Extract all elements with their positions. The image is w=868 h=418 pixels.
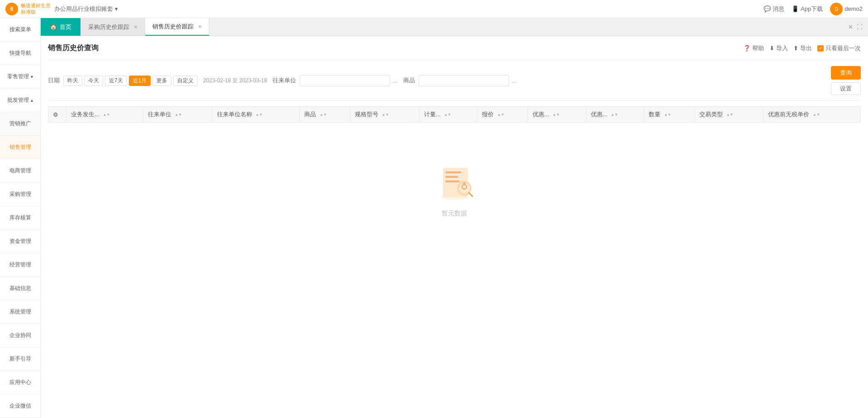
sidebar-item-newbie[interactable]: 新手引导 [0,347,40,371]
empty-state-icon [432,159,477,204]
sidebar-item-finance[interactable]: 资金管理 [0,230,40,253]
date-btn-last7[interactable]: 近7天 [105,76,127,86]
partner-filter-group: 往来单位 ... [273,75,398,86]
table-col-qty[interactable]: 数量 ▲▼ [644,107,695,123]
partner-input-wrap: ... [300,75,398,86]
table-header-row: ⚙ 业务发生... ▲▼ 往来单位 ▲▼ 往来单位名称 ▲▼ [48,107,861,123]
sidebar-item-retail-mgmt[interactable]: 零售管理 ▾ [0,65,40,89]
sidebar-item-sales-mgmt[interactable]: 销售管理 [0,136,40,159]
table-col-trade-type[interactable]: 交易类型 ▲▼ [694,107,764,123]
sidebar-item-system[interactable]: 系统管理 [0,300,40,324]
chevron-up-icon: ▴ [31,98,33,103]
table-col-spec[interactable]: 规格型号 ▲▼ [350,107,419,123]
sidebar-item-quick-nav[interactable]: 快捷导航 [0,42,40,65]
date-btn-yesterday[interactable]: 昨天 [63,76,82,86]
table-col-unit[interactable]: 计量... ▲▼ [419,107,477,123]
table-col-price[interactable]: 报价 ▲▼ [477,107,528,123]
sort-arrows-qty: ▲▼ [664,113,671,117]
table-col-pretax-price[interactable]: 优惠前无税单价 ▲▼ [764,107,861,123]
sort-arrows-partner-code: ▲▼ [175,113,182,117]
user-avatar-area[interactable]: D demo2 [830,3,863,15]
sidebar-item-app-center[interactable]: 应用中心 [0,371,40,394]
sort-arrows-spec: ▲▼ [382,113,389,117]
page-content: 销售历史价查询 ❓ 帮助 ⬇ 导入 ⬆ 导出 ✓ [41,36,868,418]
sidebar-item-inventory[interactable]: 库存核算 [0,206,40,230]
partner-input[interactable] [300,75,390,86]
top-bar-right: 💬 消息 📱 App下载 D demo2 [764,3,863,15]
page-title: 销售历史价查询 [48,43,99,53]
goods-filter-group: 商品 ... [403,75,517,86]
partner-label: 往来单位 [273,76,296,85]
table-col-partner-name[interactable]: 往来单位名称 ▲▼ [212,107,300,123]
sidebar-item-operations[interactable]: 经营管理 [0,253,40,277]
partner-ellipsis-btn[interactable]: ... [393,77,398,84]
help-icon: ❓ [743,45,750,52]
sidebar-item-wholesale-mgmt[interactable]: 批发管理 ▴ [0,89,40,112]
maximize-icon[interactable]: ⛶ [857,24,863,30]
sort-arrows-discount1: ▲▼ [552,113,560,117]
sidebar-item-marketing[interactable]: 营销推广 [0,112,40,136]
filter-settings-button[interactable]: 设置 [831,82,861,95]
sidebar-item-ecommerce[interactable]: 电商管理 [0,159,40,183]
import-button[interactable]: ⬇ 导入 [769,44,788,52]
logo-area: 6 畅捷通好生意 标准版 [5,3,51,15]
tab-sales-history[interactable]: 销售历史价跟踪 ✕ [145,18,209,36]
message-button[interactable]: 💬 消息 [764,5,784,13]
message-icon: 💬 [764,5,771,12]
sort-arrows-pretax-price: ▲▼ [813,113,820,117]
table-col-biz-date[interactable]: 业务发生... ▲▼ [66,107,143,123]
data-table: ⚙ 业务发生... ▲▼ 往来单位 ▲▼ 往来单位名称 ▲▼ [48,106,861,254]
date-btn-today[interactable]: 今天 [84,76,103,86]
sidebar-item-enterprise[interactable]: 企业协同 [0,324,40,347]
goods-input[interactable] [419,75,509,86]
help-button[interactable]: ❓ 帮助 [743,44,764,52]
date-btn-more[interactable]: 更多 [152,76,171,86]
export-button[interactable]: ⬆ 导出 [793,44,812,52]
date-btn-custom[interactable]: 自定义 [173,76,198,86]
empty-state-row: 暂元数据 [48,123,861,254]
home-icon: 🏠 [50,24,57,30]
table-col-goods[interactable]: 商品 ▲▼ [300,107,350,123]
logo-icon: 6 [5,3,18,15]
goods-ellipsis-btn[interactable]: ... [512,77,517,84]
sort-arrows-unit: ▲▼ [444,113,451,117]
app-download-icon: 📱 [792,5,799,12]
page-header: 销售历史价查询 ❓ 帮助 ⬇ 导入 ⬆ 导出 ✓ [48,43,861,53]
tab-purchase-history-close[interactable]: ✕ [134,24,137,29]
empty-state: 暂元数据 [48,123,861,254]
sidebar-item-basic-info[interactable]: 基础信息 [0,277,40,300]
only-last-checkbox[interactable]: ✓ [817,45,824,52]
sidebar: 搜索菜单 快捷导航 零售管理 ▾ 批发管理 ▴ 营销推广 销售管理 电商管理 采… [0,18,41,418]
sort-arrows-trade-type: ▲▼ [726,113,733,117]
tab-home[interactable]: 🏠 首页 [41,18,81,36]
app-download-button[interactable]: 📱 App下载 [792,5,823,13]
logo-text: 畅捷通好生意 标准版 [21,3,51,14]
sidebar-item-purchase-mgmt[interactable]: 采购管理 [0,183,40,206]
svg-rect-2 [445,171,461,173]
table-body: 暂元数据 [48,123,861,254]
table-col-partner-code[interactable]: 往来单位 ▲▼ [143,107,212,123]
top-bar: 6 畅捷通好生意 标准版 办公用品行业模拟账套 ▾ 💬 消息 📱 App下载 D… [0,0,868,18]
table-col-discount2[interactable]: 优惠... ▲▼ [586,107,644,123]
tab-bar: 🏠 首页 采购历史价跟踪 ✕ 销售历史价跟踪 ✕ ✕ ⛶ [41,18,868,36]
date-label: 日期 [48,76,60,85]
tab-purchase-history[interactable]: 采购历史价跟踪 ✕ [81,18,145,36]
table-col-settings[interactable]: ⚙ [48,107,66,123]
goods-input-wrap: ... [419,75,517,86]
goods-label: 商品 [403,76,415,85]
query-button[interactable]: 查询 [831,66,861,80]
table-header: ⚙ 业务发生... ▲▼ 往来单位 ▲▼ 往来单位名称 ▲▼ [48,107,861,123]
page-actions: ❓ 帮助 ⬇ 导入 ⬆ 导出 ✓ 只看最后一次 [743,44,861,52]
tab-sales-history-close[interactable]: ✕ [198,24,202,29]
tab-bar-actions: ✕ ⛶ [843,18,868,36]
import-icon: ⬇ [769,45,774,52]
table-col-discount1[interactable]: 优惠... ▲▼ [528,107,586,123]
only-last-checkbox-label[interactable]: ✓ 只看最后一次 [817,44,861,52]
minimize-icon[interactable]: ✕ [848,24,853,30]
content-area: 🏠 首页 采购历史价跟踪 ✕ 销售历史价跟踪 ✕ ✕ ⛶ 销售历史价查询 [41,18,868,418]
date-btn-last1m[interactable]: 近1月 [129,76,151,86]
gear-icon[interactable]: ⚙ [53,111,58,118]
sidebar-item-search-menu[interactable]: 搜索菜单 [0,18,40,42]
sidebar-item-corp-wechat[interactable]: 企业微信 [0,394,40,418]
app-selector[interactable]: 办公用品行业模拟账套 ▾ [54,5,118,13]
